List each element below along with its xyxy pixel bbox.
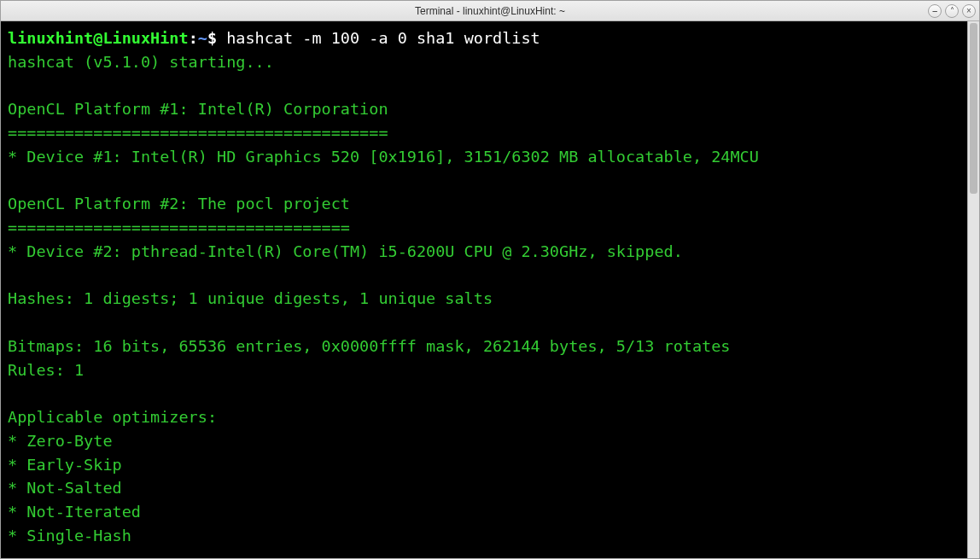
output-platform1-sep: ======================================== [8,124,388,142]
output-platform2-sep: ==================================== [8,218,350,236]
prompt-path: ~ [198,29,207,47]
output-opt3: * Not-Salted [8,479,122,497]
titlebar[interactable]: Terminal - linuxhint@LinuxHint: ~ ‒ ˄ × [1,1,979,21]
output-opt4: * Not-Iterated [8,503,141,521]
close-button[interactable]: × [962,4,976,18]
output-bitmaps: Bitmaps: 16 bits, 65536 entries, 0x0000f… [8,337,730,355]
command-text: hashcat -m 100 -a 0 sha1 wordlist [217,29,540,47]
output-hashes: Hashes: 1 digests; 1 unique digests, 1 u… [8,289,493,307]
output-opt2: * Early-Skip [8,456,122,474]
scrollbar-thumb[interactable] [970,23,977,194]
terminal-window: Terminal - linuxhint@LinuxHint: ~ ‒ ˄ × … [0,0,980,559]
terminal-content[interactable]: linuxhint@LinuxHint:~$ hashcat -m 100 -a… [1,21,967,558]
window-title: Terminal - linuxhint@LinuxHint: ~ [415,5,565,17]
terminal-body: linuxhint@LinuxHint:~$ hashcat -m 100 -a… [1,21,979,558]
output-rules: Rules: 1 [8,361,84,379]
output-platform2-header: OpenCL Platform #2: The pocl project [8,195,350,213]
minimize-button[interactable]: ‒ [928,4,942,18]
output-opt5: * Single-Hash [8,527,131,544]
prompt-colon: : [189,29,198,47]
output-device1: * Device #1: Intel(R) HD Graphics 520 [0… [8,148,759,166]
output-starting: hashcat (v5.1.0) starting... [8,53,274,71]
scrollbar[interactable] [967,21,979,558]
output-platform1-header: OpenCL Platform #1: Intel(R) Corporation [8,100,388,118]
output-opt1: * Zero-Byte [8,432,113,450]
maximize-button[interactable]: ˄ [945,4,959,18]
output-device2: * Device #2: pthread-Intel(R) Core(TM) i… [8,242,683,260]
output-optimizers-header: Applicable optimizers: [8,408,217,426]
prompt-user-host: linuxhint@LinuxHint [8,29,189,47]
window-controls: ‒ ˄ × [928,4,976,18]
prompt-dollar: $ [207,29,217,47]
